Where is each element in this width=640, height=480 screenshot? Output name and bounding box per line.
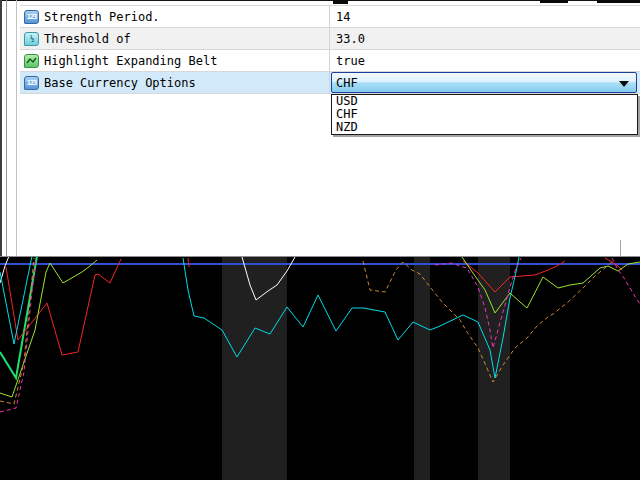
chart-background (0, 257, 640, 480)
session-band (414, 257, 430, 480)
base-currency-combobox[interactable]: CHF (331, 72, 637, 93)
dropdown-option-nzd[interactable]: NZD (332, 121, 637, 134)
top-notch (333, 0, 348, 4)
param-row-highlight-belt[interactable]: Highlight Expanding Belt true (20, 50, 640, 72)
param-value[interactable]: true (336, 54, 365, 68)
bool-line-icon (24, 54, 39, 68)
param-label: Strength Period. (44, 10, 160, 24)
base-currency-dropdown-list: USD CHF NZD (331, 94, 638, 135)
param-label-cell: 123 Strength Period. (20, 6, 330, 27)
param-value-cell[interactable]: 14 (330, 6, 640, 27)
param-label-cell: ½ Threshold of (20, 28, 330, 49)
combobox-selected-value: CHF (336, 76, 358, 90)
panel-left-border (0, 0, 2, 256)
panel-right-divider (620, 240, 621, 256)
top-notch (597, 0, 640, 3)
param-value[interactable]: 14 (336, 10, 350, 24)
integer-123-icon: 123 (24, 10, 39, 24)
param-label: Threshold of (44, 32, 131, 46)
param-row-threshold[interactable]: ½ Threshold of 33.0 (20, 28, 640, 50)
param-value-cell[interactable]: true (330, 50, 640, 71)
param-row-strength-period[interactable]: 123 Strength Period. 14 (20, 6, 640, 28)
panel-left-divider (6, 0, 7, 256)
param-value[interactable]: 33.0 (336, 32, 365, 46)
integer-123-icon: 123 (24, 76, 39, 90)
param-label-cell: 123 Base Currency Options (20, 72, 330, 93)
chevron-down-icon[interactable] (619, 81, 629, 87)
top-notch (540, 0, 568, 3)
double-half-icon: ½ (24, 32, 39, 46)
screen: 123 Strength Period. 14 ½ Threshold of 3… (0, 0, 640, 480)
panel-bottom-border (0, 256, 640, 257)
param-label: Highlight Expanding Belt (44, 54, 217, 68)
session-band (222, 257, 287, 480)
panel-left-divider (16, 0, 17, 256)
dropdown-option-usd[interactable]: USD (332, 95, 637, 108)
param-value-cell[interactable]: 33.0 (330, 28, 640, 49)
dropdown-option-chf[interactable]: CHF (332, 108, 637, 121)
param-label: Base Currency Options (44, 76, 196, 90)
inputs-panel: 123 Strength Period. 14 ½ Threshold of 3… (0, 0, 640, 256)
param-label-cell: Highlight Expanding Belt (20, 50, 330, 71)
